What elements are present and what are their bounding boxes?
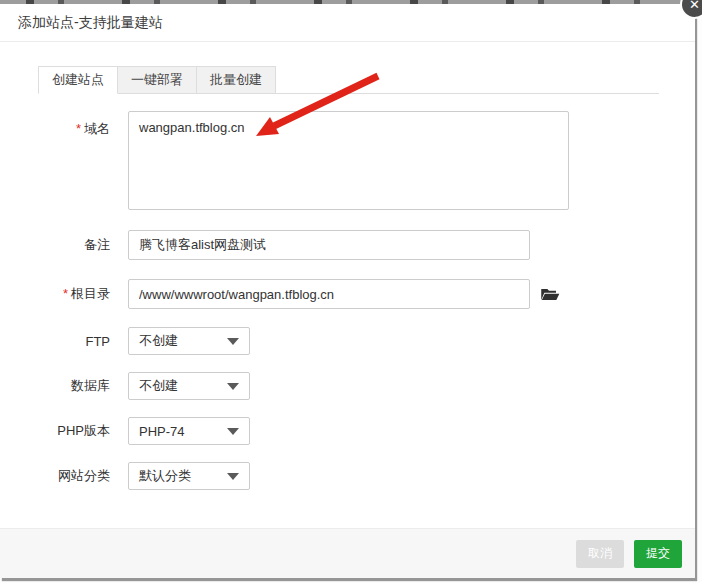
root-dir-label: *根目录 xyxy=(38,285,110,303)
remark-row: 备注 xyxy=(38,230,695,260)
tab-batch-create[interactable]: 批量创建 xyxy=(196,66,276,94)
add-site-dialog: 添加站点-支持批量建站 创建站点 一键部署 批量创建 *域名 wangpan.t… xyxy=(0,4,695,578)
tab-bar: 创建站点 一键部署 批量创建 xyxy=(38,66,659,94)
ftp-select[interactable]: 不创建 xyxy=(128,327,250,355)
php-version-row: PHP版本 PHP-74 xyxy=(38,417,695,445)
site-category-select-value: 默认分类 xyxy=(139,467,191,485)
tab-batch-create-label: 批量创建 xyxy=(210,72,262,87)
dialog-header: 添加站点-支持批量建站 xyxy=(0,4,695,42)
chevron-down-icon xyxy=(227,473,239,480)
php-version-select[interactable]: PHP-74 xyxy=(128,417,250,445)
domain-textarea[interactable]: wangpan.tfblog.cn xyxy=(128,111,569,210)
ftp-row: FTP 不创建 xyxy=(38,327,695,355)
site-category-select[interactable]: 默认分类 xyxy=(128,462,250,490)
remark-input[interactable] xyxy=(128,230,530,260)
tab-one-click-deploy-label: 一键部署 xyxy=(131,72,183,87)
add-site-form: *域名 wangpan.tfblog.cn 备注 *根目录 xyxy=(38,111,695,490)
php-version-select-value: PHP-74 xyxy=(139,424,185,439)
domain-row: *域名 wangpan.tfblog.cn xyxy=(38,111,695,210)
database-select-value: 不创建 xyxy=(139,377,178,395)
root-dir-row: *根目录 xyxy=(38,279,695,309)
site-category-label: 网站分类 xyxy=(38,467,110,485)
php-version-label: PHP版本 xyxy=(38,422,110,440)
cancel-button[interactable]: 取消 xyxy=(576,540,624,568)
required-asterisk: * xyxy=(76,121,81,136)
tab-create-site-label: 创建站点 xyxy=(52,72,104,87)
root-dir-input[interactable] xyxy=(128,279,530,309)
chevron-down-icon xyxy=(227,428,239,435)
remark-label: 备注 xyxy=(38,236,110,254)
tab-one-click-deploy[interactable]: 一键部署 xyxy=(117,66,197,94)
dialog-footer: 取消 提交 xyxy=(0,528,695,578)
submit-button[interactable]: 提交 xyxy=(634,540,682,568)
page: 添加站点-支持批量建站 创建站点 一键部署 批量创建 *域名 wangpan.t… xyxy=(0,0,702,583)
database-label: 数据库 xyxy=(38,377,110,395)
chevron-down-icon xyxy=(227,338,239,345)
ftp-label: FTP xyxy=(38,334,110,349)
dialog-title: 添加站点-支持批量建站 xyxy=(18,14,163,32)
domain-label: *域名 xyxy=(38,111,110,138)
site-category-row: 网站分类 默认分类 xyxy=(38,462,695,490)
tab-create-site[interactable]: 创建站点 xyxy=(38,66,118,94)
chevron-down-icon xyxy=(227,383,239,390)
database-select[interactable]: 不创建 xyxy=(128,372,250,400)
database-row: 数据库 不创建 xyxy=(38,372,695,400)
required-asterisk: * xyxy=(63,286,68,301)
ftp-select-value: 不创建 xyxy=(139,332,178,350)
folder-open-icon[interactable] xyxy=(540,286,560,303)
